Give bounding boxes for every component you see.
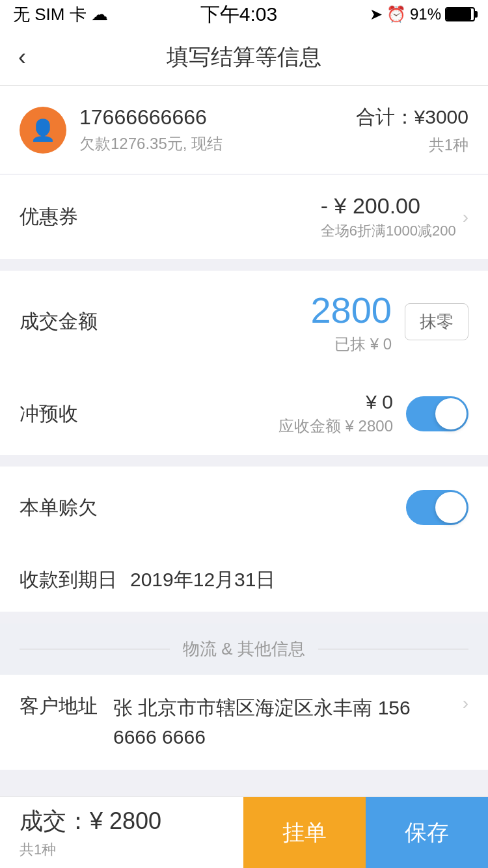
user-count: 共1种 <box>356 135 468 156</box>
user-debt: 欠款1276.35元, 现结 <box>79 133 223 154</box>
debt-section: 本单赊欠 收款到期日 2019年12月31日 <box>0 467 488 612</box>
prepay-right: ¥ 0 应收金额 ¥ 2800 <box>278 391 468 437</box>
prepay-receivable: 应收金额 ¥ 2800 <box>278 416 393 437</box>
due-date-row: 收款到期日 2019年12月31日 <box>0 549 488 612</box>
coupon-chevron-icon: › <box>463 207 468 228</box>
user-left: 👤 17666666666 欠款1276.35元, 现结 <box>20 105 223 154</box>
coupon-right: - ¥ 200.00 全场6折满1000减200 › <box>321 193 468 241</box>
coupon-info: - ¥ 200.00 全场6折满1000减200 <box>321 193 456 241</box>
coupon-desc: 全场6折满1000减200 <box>321 221 456 241</box>
user-right: 合计：¥3000 共1种 <box>356 104 468 156</box>
amount-info: 2800 已抹 ¥ 0 <box>310 289 392 355</box>
address-row[interactable]: 客户地址 张 北京市市辖区海淀区永丰南 156 6666 6666 › <box>0 675 488 770</box>
coupon-label: 优惠券 <box>20 204 78 230</box>
debt-toggle-knob <box>435 492 467 523</box>
bottom-deal-amount: ¥ 2800 <box>90 807 161 834</box>
logistics-label: 物流 & 其他信息 <box>183 638 305 660</box>
hang-button[interactable]: 挂单 <box>243 797 366 869</box>
avatar: 👤 <box>20 107 66 154</box>
prepay-values: ¥ 0 应收金额 ¥ 2800 <box>278 391 393 437</box>
bottom-count: 共1种 <box>20 840 224 860</box>
user-card: 👤 17666666666 欠款1276.35元, 现结 合计：¥3000 共1… <box>0 86 488 174</box>
logistics-line-right <box>318 649 468 649</box>
amount-sub: 已抹 ¥ 0 <box>310 334 392 355</box>
deal-amount-section: 成交金额 2800 已抹 ¥ 0 抹零 冲预收 ¥ 0 应收金额 ¥ 2800 <box>0 271 488 455</box>
toggle-knob <box>435 398 467 429</box>
amount-value: 2800 <box>310 289 392 331</box>
amount-label: 成交金额 <box>20 308 98 335</box>
bottom-bar: 成交：¥ 2800 共1种 挂单 保存 <box>0 796 488 868</box>
prepay-label: 冲预收 <box>20 401 78 427</box>
address-chevron-icon: › <box>463 693 468 714</box>
due-date-value: 2019年12月31日 <box>130 567 275 593</box>
amount-row: 成交金额 2800 已抹 ¥ 0 抹零 <box>0 271 488 373</box>
prepay-amount: ¥ 0 <box>278 391 393 413</box>
status-right: ➤ ⏰ 91% <box>370 5 475 23</box>
prepay-row: 冲预收 ¥ 0 应收金额 ¥ 2800 <box>0 373 488 455</box>
coupon-row[interactable]: 优惠券 - ¥ 200.00 全场6折满1000减200 › <box>0 175 488 259</box>
user-phone: 17666666666 <box>79 105 223 129</box>
user-info: 17666666666 欠款1276.35元, 现结 <box>79 105 223 154</box>
bottom-deal: 成交：¥ 2800 <box>20 806 224 837</box>
status-left: 无 SIM 卡 ☁ <box>13 3 108 26</box>
address-label: 客户地址 <box>20 693 98 720</box>
save-button[interactable]: 保存 <box>366 797 488 869</box>
debt-toggle[interactable] <box>406 490 468 525</box>
battery-icon <box>445 7 475 21</box>
user-total: 合计：¥3000 <box>356 104 468 131</box>
page-title: 填写结算等信息 <box>167 42 321 72</box>
coupon-discount: - ¥ 200.00 <box>321 193 456 219</box>
alarm-icon: ⏰ <box>386 5 406 23</box>
debt-row: 本单赊欠 <box>0 467 488 549</box>
due-date-label: 收款到期日 <box>20 567 117 593</box>
address-text: 张 北京市市辖区海淀区永丰南 156 6666 6666 <box>113 693 456 752</box>
round-zero-button[interactable]: 抹零 <box>405 303 468 340</box>
logistics-header: 物流 & 其他信息 <box>0 623 488 675</box>
back-button[interactable]: ‹ <box>18 44 26 71</box>
debt-label: 本单赊欠 <box>20 495 98 521</box>
status-bar: 无 SIM 卡 ☁ 下午4:03 ➤ ⏰ 91% <box>0 0 488 29</box>
avatar-icon: 👤 <box>30 118 56 142</box>
bottom-summary: 成交：¥ 2800 共1种 <box>0 806 243 860</box>
content: 👤 17666666666 欠款1276.35元, 现结 合计：¥3000 共1… <box>0 86 488 868</box>
logistics-line-left <box>20 649 170 649</box>
status-time: 下午4:03 <box>200 1 277 28</box>
battery-percent: 91% <box>410 5 441 23</box>
bottom-deal-label: 成交： <box>20 807 90 834</box>
prepay-toggle[interactable] <box>406 396 468 431</box>
amount-right: 2800 已抹 ¥ 0 抹零 <box>310 289 468 355</box>
no-sim-text: 无 SIM 卡 ☁ <box>13 3 108 26</box>
header: ‹ 填写结算等信息 <box>0 29 488 86</box>
location-icon: ➤ <box>370 5 383 23</box>
